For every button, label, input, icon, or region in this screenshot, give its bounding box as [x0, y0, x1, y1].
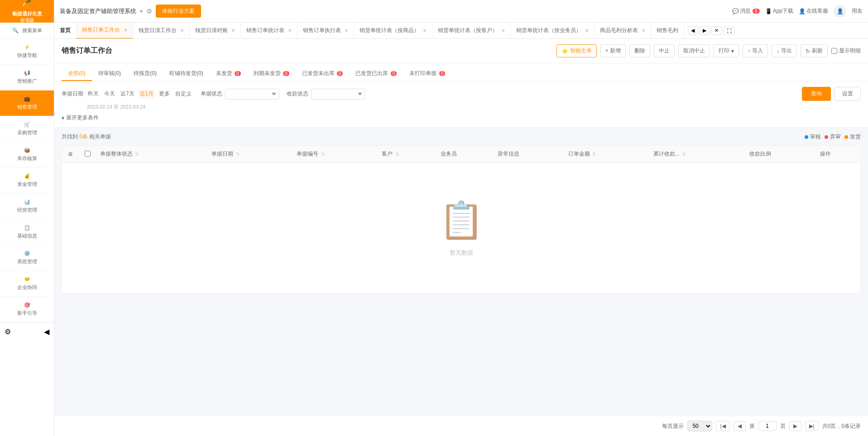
sidebar-item-quick-nav[interactable]: ⚡ 快捷导航	[0, 39, 54, 65]
first-page-button[interactable]: |◀	[716, 421, 729, 431]
tab-cash-clearing[interactable]: 钱货日清工作台 ✕	[133, 23, 190, 39]
tabs-fullscreen-button[interactable]: ⛶	[724, 27, 735, 35]
refresh-button[interactable]: ↻ 刷新	[801, 44, 828, 57]
sidebar-item-search[interactable]: 🔍 搜索菜单	[0, 23, 54, 39]
app-download-button[interactable]: 📱 App下载	[765, 7, 793, 15]
prev-page-button[interactable]: ◀	[734, 421, 746, 431]
tab-sales-stat[interactable]: 销售订单统计表 ✕	[241, 23, 297, 39]
tab-margin-analysis[interactable]: 商品毛利分析表 ✕	[595, 23, 651, 39]
sidebar-item-sales[interactable]: 💼 销售管理	[0, 90, 54, 116]
sub-tab-pending-inspect[interactable]: 待拣货(0)	[127, 67, 163, 81]
sort-icon-amount[interactable]: ⇅	[592, 152, 596, 156]
sidebar-item-operations[interactable]: 📊 经营管理	[0, 194, 54, 219]
per-page-select[interactable]: 50 10 20 100	[687, 421, 712, 431]
tabs-next-button[interactable]: ▶	[700, 26, 710, 35]
date-more[interactable]: 更多	[157, 89, 172, 99]
sub-tab-all[interactable]: 全部(0)	[62, 67, 92, 81]
tab-sales-stat-customer[interactable]: 销货单统计表（按客户） ✕	[432, 23, 511, 39]
pagination: 每页显示 50 10 20 100 |◀ ◀ 第 页 ▶ ▶| 共0页，0条记录	[54, 416, 868, 436]
tab-sales-workbench[interactable]: 销售订单工作台 ✕	[77, 23, 133, 39]
sub-tab-pending-review[interactable]: 待审核(0)	[92, 67, 128, 81]
sidebar-item-system[interactable]: ⚙️ 系统管理	[0, 245, 54, 271]
collapse-icon[interactable]: ◀	[44, 327, 49, 336]
sidebar-item-marketing[interactable]: 📢 营销推广	[0, 65, 54, 90]
date-custom[interactable]: 自定义	[173, 89, 193, 99]
sort-icon-date[interactable]: ⇅	[236, 152, 240, 156]
chevron-down-icon[interactable]: ▾	[140, 8, 143, 14]
sidebar-item-finance[interactable]: 💰 资金管理	[0, 168, 54, 194]
cancel-suspend-button[interactable]: 取消中止	[678, 44, 710, 57]
tab-close-icon-7[interactable]: ✕	[501, 28, 505, 33]
sort-icon-customer[interactable]: ⇅	[395, 152, 399, 156]
date-today[interactable]: 今天	[102, 89, 117, 99]
ship-action[interactable]: 发货	[844, 133, 861, 141]
date-7days[interactable]: 近7天	[119, 89, 136, 99]
date-range-text: 2023-02-24 至 2023-03-24	[87, 104, 146, 109]
set-button[interactable]: 设置	[834, 87, 861, 101]
sub-tab-expired[interactable]: 到期未发货 0	[247, 67, 296, 81]
sidebar-item-guide[interactable]: 🎯 新手引导	[0, 297, 54, 322]
cancel-review-action[interactable]: 弃审	[825, 133, 841, 141]
import-button[interactable]: ↑ 导入	[743, 44, 768, 57]
sub-tab-not-printed[interactable]: 未打印单据 0	[403, 67, 451, 81]
delete-button[interactable]: 删除	[629, 44, 650, 57]
tab-sales-stat-staff[interactable]: 销货单统计表（按业务员） ✕	[511, 23, 595, 39]
smart-create-button[interactable]: ⭐ 智能生单	[556, 44, 597, 57]
sidebar-item-purchase[interactable]: 🛒 采购管理	[0, 116, 54, 142]
tab-close-icon[interactable]: ✕	[124, 28, 127, 33]
show-detail-checkbox[interactable]	[831, 48, 837, 54]
sub-tab-shipped-not-warehouse[interactable]: 已发货未出库 0	[296, 67, 350, 81]
tab-close-icon-3[interactable]: ✕	[231, 28, 235, 33]
tabs-close-all-button[interactable]: ✕	[711, 26, 722, 35]
sub-tab-not-shipped[interactable]: 未发货 0	[210, 67, 247, 81]
expand-button[interactable]: ▾ 展开更多条件	[62, 114, 861, 122]
sub-tab-shipped-warehoused[interactable]: 已发货已出库 0	[349, 67, 403, 81]
sort-icon-collected[interactable]: ⇅	[682, 152, 686, 156]
date-yesterday[interactable]: 昨天	[86, 89, 101, 99]
tab-close-icon-6[interactable]: ✕	[423, 28, 427, 33]
tab-sales-profit[interactable]: 销售毛利	[651, 23, 684, 39]
last-page-button[interactable]: ▶|	[805, 421, 819, 431]
tab-close-icon-2[interactable]: ✕	[180, 28, 184, 33]
tab-cash-reconcile[interactable]: 钱货日清对账 ✕	[190, 23, 241, 39]
suspend-button[interactable]: 中止	[654, 44, 675, 57]
page-number-input[interactable]	[758, 421, 777, 431]
sort-icon-status[interactable]: ⇅	[135, 152, 139, 156]
date-1month[interactable]: 近1月	[138, 89, 156, 99]
settings-icon[interactable]: ⚙	[5, 327, 11, 336]
settings-gear-icon[interactable]: ⚙	[146, 7, 152, 15]
tab-sales-stat-product[interactable]: 销货单统计表（按商品） ✕	[354, 23, 432, 39]
tabs-bar: 首页 销售订单工作台 ✕ 钱货日清工作台 ✕ 钱货日清对账 ✕ 销售订单统计表 …	[54, 23, 868, 39]
query-button[interactable]: 查询	[802, 87, 831, 101]
export-button[interactable]: ↓ 导出	[772, 44, 797, 57]
message-button[interactable]: 💬 消息 6	[732, 7, 760, 15]
review-action[interactable]: 审核	[805, 133, 821, 141]
print-button[interactable]: 打印 ▾	[714, 44, 739, 57]
status-select[interactable]	[225, 89, 279, 100]
system-title: 装备及固定资产辅助管理系统	[60, 7, 136, 15]
tab-close-icon-4[interactable]: ✕	[288, 28, 292, 33]
next-page-button[interactable]: ▶	[789, 421, 801, 431]
quick-nav-label: 快捷导航	[17, 52, 37, 59]
tab-close-icon-8[interactable]: ✕	[585, 28, 589, 33]
not-printed-badge: 0	[439, 71, 446, 76]
th-settings[interactable]: ⚙	[62, 146, 78, 163]
sidebar-item-cooperation[interactable]: 🤝 企业协同	[0, 271, 54, 297]
collection-select[interactable]	[311, 89, 365, 100]
tab-close-icon-9[interactable]: ✕	[642, 28, 645, 33]
add-button[interactable]: + 新增	[600, 44, 626, 57]
tabs-prev-button[interactable]: ◀	[688, 26, 698, 35]
online-service-button[interactable]: 👤 在线客服	[799, 7, 828, 15]
sidebar-item-inventory[interactable]: 📦 库存核算	[0, 142, 54, 168]
sort-icon-number[interactable]: ⇅	[321, 152, 325, 156]
sub-tab-all-label: 全部(0)	[68, 70, 86, 76]
sub-tab-wangpu[interactable]: 旺铺待发货(0)	[163, 67, 210, 81]
tab-sales-exec[interactable]: 销售订单执行表 ✕	[297, 23, 354, 39]
table-info-suffix: 相关单据	[89, 133, 111, 140]
sidebar-item-base[interactable]: 📋 基础信息	[0, 219, 54, 245]
industry-solution-button[interactable]: 体验行业方案	[156, 5, 201, 18]
tab-home[interactable]: 首页	[54, 23, 77, 39]
tab-close-icon-5[interactable]: ✕	[345, 28, 348, 33]
user-avatar[interactable]: 👤	[834, 5, 846, 18]
select-all-checkbox[interactable]	[85, 151, 91, 156]
